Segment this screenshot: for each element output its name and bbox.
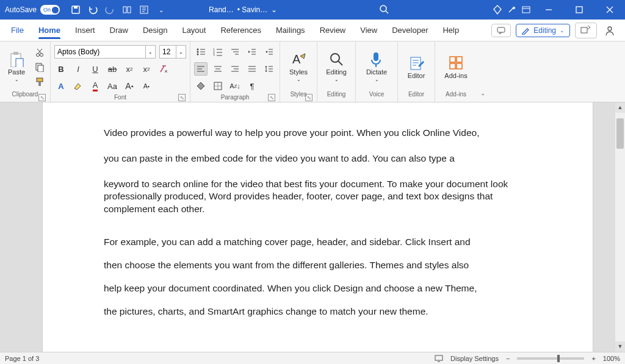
editor-button[interactable]: Editor [402,43,431,91]
cut-icon[interactable] [33,46,46,59]
paste-button[interactable]: Paste ⌄ [4,43,29,91]
share-button[interactable] [575,23,597,38]
numbering-icon[interactable]: 123 [211,45,225,59]
font-name-combo[interactable]: ⌄ [54,45,156,59]
tab-view[interactable]: View [354,22,383,38]
bold-button[interactable]: B [54,62,68,76]
borders-icon[interactable] [211,79,225,93]
tab-design[interactable]: Design [137,22,173,38]
font-size-input[interactable] [159,45,176,59]
document-title[interactable]: Rand… • Savin… ⌄ [209,5,277,14]
body-text[interactable]: then choose the elements you want from t… [104,259,532,271]
maximize-button[interactable] [566,0,592,20]
qat-dropdown-icon[interactable]: ⌄ [156,5,166,15]
zoom-out-button[interactable]: − [506,355,510,362]
align-left-icon[interactable] [194,62,208,76]
search-icon[interactable] [378,4,391,16]
body-text[interactable]: help keep your document coordinated. Whe… [104,282,532,294]
format-painter-icon[interactable] [33,75,46,88]
underline-button[interactable]: U [89,62,102,76]
body-text[interactable]: Video provides a powerful way to help yo… [104,127,532,139]
scroll-thumb[interactable] [616,118,624,149]
comments-button[interactable] [491,24,511,37]
addins-button[interactable]: Add-ins [439,43,473,91]
align-center-icon[interactable] [211,62,225,76]
copy-icon[interactable] [33,60,46,74]
diamond-icon[interactable] [492,5,502,15]
line-spacing-icon[interactable] [262,62,276,76]
styles-button[interactable]: A Styles⌄ [284,43,313,91]
autosave-toggle[interactable]: AutoSave On [0,5,65,15]
display-settings-label[interactable]: Display Settings [450,355,499,362]
body-text[interactable]: the pictures, charts, and SmartArt graph… [104,305,532,318]
minimize-button[interactable] [536,0,562,20]
scroll-down-icon[interactable]: ▼ [615,341,625,352]
tab-developer[interactable]: Developer [386,22,434,38]
chevron-down-icon[interactable]: ⌄ [176,45,186,59]
multilevel-list-icon[interactable] [228,45,242,59]
grow-font-icon[interactable]: A▴ [123,79,136,93]
tab-layout[interactable]: Layout [176,22,212,38]
shading-icon[interactable] [194,79,208,93]
chevron-down-icon[interactable]: ⌄ [146,45,156,59]
dialog-launcher-icon[interactable]: ⤡ [305,94,312,101]
toggle-switch[interactable]: On [40,5,60,15]
editing-mode-label: Editing [533,26,556,35]
dictate-button[interactable]: Dictate⌄ [359,43,394,91]
zoom-slider-knob[interactable] [557,355,560,362]
strikethrough-button[interactable]: ab [106,62,119,76]
highlight-icon[interactable] [71,79,85,93]
sort-icon[interactable]: AZ↓ [228,79,242,93]
tab-draw[interactable]: Draw [104,22,134,38]
tab-review[interactable]: Review [314,22,352,38]
display-settings-icon[interactable] [435,355,443,362]
font-size-combo[interactable]: ⌄ [159,45,186,59]
tab-help[interactable]: Help [436,22,465,38]
tab-references[interactable]: References [214,22,267,38]
subscript-button[interactable]: x2 [123,62,136,76]
user-icon[interactable] [602,25,618,36]
page-count[interactable]: Page 1 of 3 [5,355,39,362]
font-name-input[interactable] [54,45,146,59]
editing-mode-dropdown[interactable]: Editing ⌄ [516,24,570,37]
align-right-icon[interactable] [228,62,242,76]
zoom-in-button[interactable]: + [591,355,595,362]
body-text[interactable]: For example, you can add a matching cove… [104,236,532,248]
vertical-scrollbar[interactable]: ▲ ▼ [615,102,625,352]
qat-icon-2[interactable] [139,5,149,15]
increase-indent-icon[interactable] [262,45,276,59]
zoom-slider[interactable] [517,357,584,360]
dialog-launcher-icon[interactable]: ⤡ [178,94,186,101]
body-text[interactable]: keyword to search online for the video t… [104,178,532,215]
file-tab[interactable]: File [5,22,30,38]
save-icon[interactable] [71,5,81,15]
zoom-level[interactable]: 100% [603,355,620,362]
close-button[interactable] [597,0,623,20]
clear-formatting-icon[interactable] [157,62,170,76]
undo-icon[interactable] [88,5,98,15]
shrink-font-icon[interactable]: A▾ [140,79,153,93]
font-color-icon[interactable]: A [89,79,102,93]
redo-icon[interactable] [105,5,115,15]
tab-mailings[interactable]: Mailings [270,22,311,38]
page[interactable]: Video provides a powerful way to help yo… [43,102,593,352]
text-effects-icon[interactable]: A [54,79,68,93]
show-marks-icon[interactable]: ¶ [245,79,259,93]
editing-button[interactable]: Editing⌄ [321,43,352,91]
collapse-ribbon-icon[interactable]: ⌃ [477,41,489,102]
change-case-button[interactable]: Aa [106,79,119,93]
scroll-up-icon[interactable]: ▲ [615,102,625,113]
window-icon[interactable] [521,5,531,15]
wand-icon[interactable] [507,5,516,15]
dialog-launcher-icon[interactable]: ⤡ [268,94,275,101]
bullets-icon[interactable] [194,45,208,59]
dialog-launcher-icon[interactable]: ⤡ [38,94,46,101]
decrease-indent-icon[interactable] [245,45,259,59]
qat-icon-1[interactable] [122,5,132,15]
superscript-button[interactable]: x2 [140,62,153,76]
body-text[interactable]: you can paste in the embed code for the … [104,152,532,165]
tab-insert[interactable]: Insert [69,22,101,38]
tab-home[interactable]: Home [32,22,67,38]
justify-icon[interactable] [245,62,259,76]
italic-button[interactable]: I [71,62,85,76]
